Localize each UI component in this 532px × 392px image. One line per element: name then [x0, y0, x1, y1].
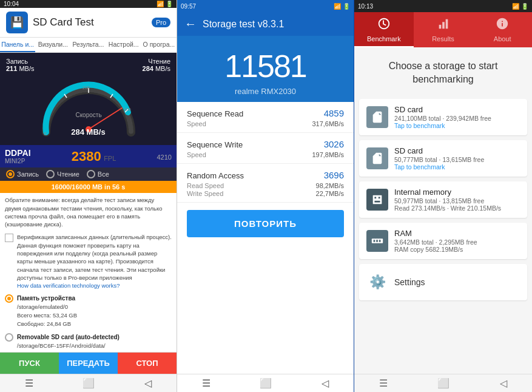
svg-text:0: 0: [44, 131, 47, 137]
gauge-speed: 284 MB/s: [71, 127, 105, 137]
tab-about[interactable]: About: [473, 12, 532, 47]
result-score-2: 3696: [324, 170, 344, 180]
storage-item-title-3: RAM: [394, 229, 520, 238]
nav-home-icon[interactable]: ⬜: [82, 377, 95, 389]
radio-all[interactable]: Все: [87, 170, 109, 178]
nav-menu-icon-2[interactable]: ☰: [202, 377, 210, 389]
result-detail-2a: Read Speed 98,2MB/s: [187, 182, 344, 189]
results-icon: [437, 17, 450, 33]
nav-back-icon-2[interactable]: ◁: [322, 377, 329, 389]
result-name-0: Sequence Read: [187, 109, 243, 118]
storage-item-1[interactable]: SD card 50,777MB total · 13,615MB free T…: [359, 140, 527, 177]
back-button[interactable]: ←: [184, 17, 197, 31]
status-bar-2: 09:57 📶 🔋: [177, 0, 354, 12]
storage-item-title-2: Internal memory: [394, 188, 520, 197]
info-text: Обратите внимание: всегда делайте тест з…: [0, 193, 177, 231]
app-title: SD Card Test: [33, 16, 147, 29]
nav-tab-results[interactable]: Результа...: [70, 38, 106, 52]
verify-checkbox[interactable]: [5, 234, 13, 242]
results-section: Sequence Read 4859 Speed 317,6MB/s Seque…: [177, 102, 354, 374]
tab-results[interactable]: Results: [414, 12, 473, 47]
panel-benchmark: 10:13 📶 🔋 Benchmark Results: [354, 0, 532, 392]
svg-rect-12: [445, 19, 448, 29]
radio-read[interactable]: Чтение: [46, 170, 79, 178]
storage-item-2[interactable]: Internal memory 50,977MB total · 13,815M…: [359, 181, 527, 218]
nav-home-icon-2[interactable]: ⬜: [260, 377, 272, 389]
storage-item-action-3: RAM copy 5682.19MB/s: [394, 246, 520, 253]
storage-item-0[interactable]: SD card 241,100MB total · 239,942MB free…: [359, 99, 527, 135]
settings-label: Settings: [394, 277, 425, 287]
transfer-button[interactable]: ПЕРЕДАТЬ: [59, 353, 118, 374]
nav-menu-icon[interactable]: ☰: [25, 377, 33, 389]
svg-rect-16: [374, 201, 380, 203]
svg-text:400: 400: [124, 107, 131, 112]
verify-checkbox-row: Верификация записанных данных (длительны…: [0, 231, 177, 291]
panel3-tabs: Benchmark Results About: [354, 12, 532, 47]
nav-back-icon[interactable]: ◁: [144, 377, 152, 389]
result-detail-0: Speed 317,6MB/s: [187, 120, 344, 127]
storage-radio-1: [5, 294, 13, 303]
app-icon: 💾: [6, 12, 28, 33]
result-sequence-write: Sequence Write 3026 Speed 197,8MB/s: [177, 133, 354, 164]
ad-banner[interactable]: DDPAI MINI2P 2380 FPL 4210: [0, 145, 177, 167]
speed-gauge-section: Запись 211 MB/s Чтение 284 MB/s Скорость: [0, 53, 177, 145]
nav-home-icon-3[interactable]: ⬜: [437, 377, 450, 389]
radio-row: Запись Чтение Все: [0, 167, 177, 181]
device-name: realme RMX2030: [235, 87, 296, 96]
verify-link[interactable]: How data verification technology works?: [17, 282, 120, 289]
nav-tabs: Панель и... Визуали... Результа... Настр…: [0, 38, 177, 53]
settings-item[interactable]: ⚙️ Settings: [359, 264, 527, 300]
storage-option-2[interactable]: Removable SD card (auto-detected) /stora…: [0, 331, 177, 353]
result-detail-1: Speed 197,8MB/s: [187, 151, 344, 158]
nav-tab-settings[interactable]: Настрой...: [106, 38, 141, 52]
storage-item-detail-3: 3,642MB total · 2,295MB free: [394, 238, 520, 246]
progress-bar: 16000/16000 MB in 56 s: [0, 181, 177, 193]
status-time-1: 10:04: [4, 1, 19, 7]
storage-item-action-1: Tap to benchmark: [394, 163, 520, 171]
benchmark-icon: [377, 17, 391, 33]
svg-rect-18: [374, 240, 375, 242]
settings-gear-icon: ⚙️: [366, 271, 388, 293]
nav-back-icon-3[interactable]: ◁: [500, 377, 507, 389]
result-name-2: Random Access: [187, 171, 244, 180]
tab-benchmark[interactable]: Benchmark: [354, 12, 414, 47]
start-button[interactable]: ПУСК: [0, 353, 59, 374]
pro-badge: Pro: [152, 18, 170, 27]
storage-item-title-1: SD card: [394, 146, 520, 155]
sd-card-icon-0: [366, 106, 388, 128]
nav-tab-about[interactable]: О програ...: [141, 38, 177, 52]
ram-icon: [366, 230, 388, 252]
nav-tab-visual[interactable]: Визуали...: [35, 38, 70, 52]
status-icons-1: 📶 🔋: [157, 1, 173, 7]
app-header: 💾 SD Card Test Pro: [0, 8, 177, 38]
storage-option-1[interactable]: Память устройства /storage/emulated/0 Вс…: [0, 292, 177, 331]
score-container: 11581 realme RMX2030: [177, 36, 354, 102]
write-label: Запись 211 MB/s: [6, 58, 34, 72]
speed-row: Запись 211 MB/s Чтение 284 MB/s: [6, 58, 170, 72]
radio-write[interactable]: Запись: [6, 170, 39, 178]
svg-text:200: 200: [82, 86, 90, 90]
radio-write-circle: [6, 170, 15, 178]
nav-menu-icon-3[interactable]: ☰: [379, 377, 388, 389]
storage-item-title-0: SD card: [394, 105, 520, 114]
panel-storage-test: 09:57 📶 🔋 ← Storage test v8.3.1 11581 re…: [177, 0, 354, 392]
repeat-button[interactable]: ПОВТОРИТЬ: [187, 210, 344, 237]
svg-rect-19: [376, 240, 378, 242]
result-sequence-read: Sequence Read 4859 Speed 317,6MB/s: [177, 102, 354, 133]
panel2-title: Storage test v8.3.1: [203, 19, 284, 30]
about-icon: [496, 17, 509, 33]
internal-memory-icon: [366, 189, 388, 211]
stop-button[interactable]: СТОП: [118, 353, 177, 374]
result-score-0: 4859: [324, 108, 344, 118]
storage-radio-2: [5, 333, 13, 342]
svg-rect-13: [373, 195, 382, 204]
panel2-header: ← Storage test v8.3.1: [177, 12, 354, 36]
nav-tab-panel[interactable]: Панель и...: [0, 38, 35, 52]
tab-results-label: Results: [432, 35, 454, 42]
choose-storage-text: Choose a storage to start benchmarking: [354, 47, 532, 96]
storage-item-3[interactable]: RAM 3,642MB total · 2,295MB free RAM cop…: [359, 223, 527, 259]
svg-rect-11: [442, 22, 445, 29]
status-bar-3: 10:13 📶 🔋: [354, 0, 532, 12]
status-time-2: 09:57: [181, 3, 196, 10]
svg-rect-10: [439, 25, 441, 29]
